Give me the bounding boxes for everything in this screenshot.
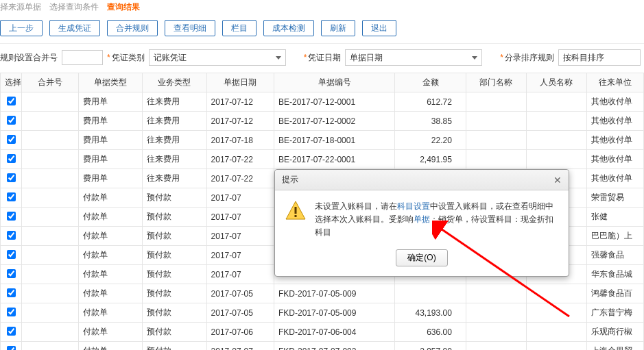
- cell-type: 费用单: [79, 131, 143, 150]
- col-partner: 往来单位: [587, 73, 644, 92]
- cell-amt: 636.00: [395, 323, 466, 342]
- cell-type: 付款单: [79, 303, 143, 323]
- cell-date: 2017-07-06: [206, 323, 274, 342]
- ok-button[interactable]: 确定(O): [396, 249, 447, 266]
- voucher-type-value: 记账凭证: [154, 52, 187, 64]
- sort-rule-select[interactable]: 按科目排序: [558, 49, 641, 66]
- table-row[interactable]: 付款单预付款2017-07-05FKD-2017-07-05-00943,193…: [1, 303, 644, 323]
- view-detail-button[interactable]: 查看明细: [165, 20, 215, 36]
- cell-date: 2017-07: [206, 188, 274, 208]
- row-checkbox[interactable]: [7, 346, 16, 351]
- cell-code: FKD-2017-07-05-009: [274, 303, 395, 323]
- cell-merge: [22, 284, 79, 303]
- dialog-header: 提示 ✕: [275, 170, 569, 190]
- cost-check-button[interactable]: 成本检测: [263, 20, 314, 36]
- cell-amt: 612.72: [395, 92, 466, 112]
- column-button[interactable]: 栏目: [222, 20, 257, 36]
- row-checkbox[interactable]: [7, 192, 16, 201]
- cell-type: 费用单: [79, 112, 143, 131]
- row-checkbox[interactable]: [7, 327, 16, 336]
- exit-button[interactable]: 退出: [362, 20, 396, 36]
- cell-biz: 往来费用: [143, 169, 206, 188]
- col-type: 单据类型: [79, 73, 143, 92]
- cell-amt: 43,193.00: [395, 303, 466, 323]
- cell-type: 付款单: [79, 227, 143, 246]
- cell-amt: 38.85: [395, 112, 466, 131]
- cell-partner: 其他收付单: [587, 131, 644, 150]
- merge-no-input[interactable]: [62, 50, 103, 65]
- row-checkbox[interactable]: [7, 250, 16, 259]
- merge-no-label: 规则设置合并号: [0, 52, 58, 64]
- cell-person: [526, 323, 586, 342]
- generate-voucher-button[interactable]: 生成凭证: [49, 20, 100, 36]
- row-checkbox[interactable]: [7, 231, 16, 240]
- row-checkbox[interactable]: [7, 154, 16, 163]
- cell-type: 付款单: [79, 342, 143, 351]
- cell-person: [526, 112, 586, 131]
- row-checkbox[interactable]: [7, 288, 16, 297]
- table-row[interactable]: 费用单往来费用2017-07-12BE-2017-07-12-0001612.7…: [1, 92, 644, 112]
- merge-rule-button[interactable]: 合并规则: [107, 20, 158, 36]
- cell-date: 2017-07-12: [206, 92, 274, 112]
- cell-dept: [466, 112, 526, 131]
- document-link[interactable]: 单据: [414, 214, 430, 224]
- tab-step3[interactable]: 查询结果: [107, 1, 140, 13]
- warning-icon: [285, 200, 307, 222]
- table-row[interactable]: 费用单往来费用2017-07-18BE-2017-07-18-000122.20…: [1, 131, 644, 150]
- cell-merge: [22, 208, 79, 227]
- tab-step1[interactable]: 择来源单据: [0, 1, 41, 13]
- col-dept: 部门名称: [466, 73, 526, 92]
- table-row[interactable]: 费用单往来费用2017-07-22BE-2017-07-22-00012,491…: [1, 150, 644, 169]
- alert-dialog: 提示 ✕ 未设置入账科目，请在科目设置中设置入账科目，或在查看明细中选择本次入账…: [274, 169, 569, 277]
- cell-merge: [22, 303, 79, 323]
- table-row[interactable]: 付款单预付款2017-07-05FKD-2017-07-05-009鸿馨食品百: [1, 284, 644, 303]
- subject-setting-link[interactable]: 科目设置: [397, 201, 430, 211]
- cell-merge: [22, 265, 79, 284]
- cell-type: 付款单: [79, 265, 143, 284]
- cell-biz: 往来费用: [143, 131, 206, 150]
- cell-person: [526, 92, 586, 112]
- cell-date: 2017-07-22: [206, 169, 274, 188]
- sort-rule-value: 按科目排序: [563, 52, 604, 64]
- cell-dept: [466, 342, 526, 351]
- prev-button[interactable]: 上一步: [0, 20, 43, 36]
- table-header-row: 选择 合并号 单据类型 业务类型 单据日期 单据编号 金额 部门名称 人员名称 …: [1, 73, 644, 92]
- cell-date: 2017-07: [206, 208, 274, 227]
- refresh-button[interactable]: 刷新: [321, 20, 355, 36]
- cell-merge: [22, 342, 79, 351]
- voucher-date-select[interactable]: 单据日期: [345, 49, 482, 66]
- col-person: 人员名称: [526, 73, 586, 92]
- table-row[interactable]: 付款单预付款2017-07-07FKD-2017-07-07-0022,957.…: [1, 342, 644, 351]
- col-amt: 金额: [395, 73, 466, 92]
- close-icon[interactable]: ✕: [553, 175, 562, 185]
- sort-rule-label: *分录排序规则: [500, 52, 554, 64]
- row-checkbox[interactable]: [7, 135, 16, 144]
- cell-partner: 鸿馨食品百: [587, 284, 644, 303]
- cell-code: BE-2017-07-12-0001: [274, 92, 395, 112]
- row-checkbox[interactable]: [7, 97, 16, 105]
- cell-merge: [22, 150, 79, 169]
- cell-partner: 其他收付单: [587, 92, 644, 112]
- cell-date: 2017-07-22: [206, 150, 274, 169]
- cell-code: BE-2017-07-22-0001: [274, 150, 395, 169]
- cell-merge: [22, 323, 79, 342]
- table-row[interactable]: 付款单预付款2017-07-06FKD-2017-07-06-004636.00…: [1, 323, 644, 342]
- voucher-type-select[interactable]: 记账凭证: [149, 49, 286, 66]
- cell-person: [526, 284, 586, 303]
- row-checkbox[interactable]: [7, 308, 16, 316]
- col-merge: 合并号: [22, 73, 79, 92]
- cell-biz: 预付款: [143, 265, 206, 284]
- cell-biz: 预付款: [143, 188, 206, 208]
- row-checkbox[interactable]: [7, 212, 16, 221]
- voucher-date-label: *凭证日期: [304, 52, 342, 64]
- wizard-tabs: 择来源单据 选择查询条件 查询结果: [0, 0, 644, 17]
- table-row[interactable]: 费用单往来费用2017-07-12BE-2017-07-12-000238.85…: [1, 112, 644, 131]
- row-checkbox[interactable]: [7, 173, 16, 182]
- svg-rect-1: [295, 207, 297, 214]
- row-checkbox[interactable]: [7, 269, 16, 278]
- row-checkbox[interactable]: [7, 116, 16, 125]
- cell-merge: [22, 169, 79, 188]
- cell-partner: 华东食品城: [587, 265, 644, 284]
- cell-code: FKD-2017-07-06-004: [274, 323, 395, 342]
- tab-step2[interactable]: 选择查询条件: [49, 1, 99, 13]
